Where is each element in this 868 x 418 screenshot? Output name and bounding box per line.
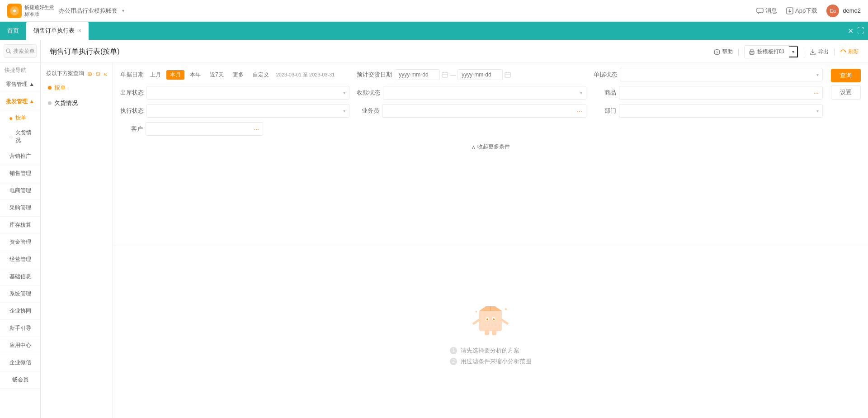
print-dropdown-button[interactable]: ▾ [789, 46, 798, 57]
expected-date-start[interactable] [395, 69, 440, 80]
top-header: 畅捷通好生意 标准版 办公用品行业模拟账套 ▾ 消息 App下载 Ea demo… [0, 0, 868, 22]
calendar-icon-end [505, 71, 511, 78]
print-main-button[interactable]: 按模板打印 [745, 46, 789, 58]
scheme-panel-header: 按以下方案查询 ⊕ ⊙ « [41, 67, 113, 80]
search-button[interactable]: 查询 [831, 69, 861, 82]
svg-rect-14 [505, 72, 510, 77]
logo[interactable]: 畅捷通好生意 标准版 [7, 4, 54, 18]
sidebar-item-operations[interactable]: 经营管理 [0, 251, 40, 268]
goods-input[interactable] [619, 87, 810, 98]
filter-top-row: 单据日期 上月 本月 本年 近7天 更多 自定义 [120, 68, 861, 140]
right-section: 单据日期 上月 本月 本年 近7天 更多 自定义 [113, 62, 868, 418]
wholesale-submenu: ● 按单 ○ 欠货情况 [0, 110, 40, 148]
exec-status-arrow: ▾ [343, 109, 345, 114]
date-tab-7days[interactable]: 近7天 [206, 70, 227, 80]
export-icon [810, 49, 816, 55]
app-download-button[interactable]: App下载 [786, 7, 817, 15]
sidebar-item-inventory[interactable]: 库存核算 [0, 217, 40, 234]
sidebar-item-purchase[interactable]: 采购管理 [0, 200, 40, 217]
empty-illustration: ✦ ✦ [470, 297, 511, 338]
scheme-actions: ⊕ ⊙ « [87, 70, 107, 77]
message-button[interactable]: 消息 [756, 7, 777, 15]
svg-point-3 [6, 49, 10, 52]
nav-dropdown-icon[interactable]: ▾ [122, 8, 124, 13]
sidebar-item-appstore[interactable]: 应用中心 [0, 337, 40, 354]
filter-cell-exec-status: 执行状态 ▾ [120, 104, 349, 118]
status-select[interactable]: ▾ [620, 68, 823, 81]
receipt-status-arrow: ▾ [580, 90, 582, 95]
collapse-button[interactable]: ∧ 收起更多条件 [120, 140, 861, 153]
svg-line-4 [9, 52, 11, 53]
scheme-panel: 按以下方案查询 ⊕ ⊙ « 按单 欠货情况 [41, 62, 113, 418]
status-dropdown-icon: ▾ [816, 72, 819, 77]
divider1 [738, 48, 739, 56]
empty-svg-icon: ✦ ✦ [470, 297, 511, 338]
tab-close-icon[interactable]: × [78, 28, 81, 34]
help-button[interactable]: ? 帮助 [714, 48, 733, 56]
submenu-item-press[interactable]: ● 按单 [4, 110, 40, 125]
quick-nav-label: 快捷导航 [0, 63, 40, 76]
sidebar-item-retail[interactable]: 零售管理 ▲ [0, 76, 40, 93]
scheme-settings-icon[interactable]: ⊙ [95, 70, 101, 77]
customer-input[interactable] [146, 124, 250, 134]
window-maximize-btn[interactable]: ⛶ [857, 27, 864, 35]
tab-home[interactable]: 首页 [0, 22, 26, 40]
logo-text: 畅捷通好生意 标准版 [24, 4, 54, 17]
filter-row-3: 执行状态 ▾ 业务员 [120, 104, 823, 118]
scheme-item-debt[interactable]: 欠货情况 [41, 95, 113, 111]
export-button[interactable]: 导出 [810, 48, 829, 56]
scheme-item-press[interactable]: 按单 [41, 80, 113, 95]
empty-tips-list: 1 请先选择要分析的方案 2 用过滤条件来缩小分析范围 [450, 345, 531, 367]
sidebar-item-enterprise[interactable]: 企业协同 [0, 303, 40, 320]
exec-status-select[interactable]: ▾ [146, 104, 349, 118]
sidebar-item-system[interactable]: 系统管理 [0, 285, 40, 303]
date-tab-this-month[interactable]: 本月 [166, 70, 184, 80]
svg-point-23 [493, 318, 495, 320]
sidebar-item-wechat[interactable]: 企业微信 [0, 354, 40, 371]
date-tab-this-year[interactable]: 本年 [186, 70, 204, 80]
filter-area: 单据日期 上月 本月 本年 近7天 更多 自定义 [113, 62, 868, 246]
sidebar-item-marketing[interactable]: 营销推广 [0, 148, 40, 165]
receipt-status-select[interactable]: ▾ [383, 86, 586, 100]
sidebar-item-wholesale[interactable]: 批发管理 ▲ [0, 93, 40, 110]
expected-date-control: — [395, 69, 586, 80]
department-arrow: ▾ [816, 109, 819, 114]
date-tab-more[interactable]: 更多 [229, 70, 247, 80]
sidebar: 搜索菜单 快捷导航 零售管理 ▲ 批发管理 ▲ ● 按单 ○ 欠货情况 营销推广… [0, 40, 41, 418]
svg-rect-1 [757, 8, 763, 13]
main-layout: 搜索菜单 快捷导航 零售管理 ▲ 批发管理 ▲ ● 按单 ○ 欠货情况 营销推广… [0, 40, 868, 418]
filter-row-1: 单据日期 上月 本月 本年 近7天 更多 自定义 [120, 68, 823, 81]
date-tab-custom[interactable]: 自定义 [249, 70, 273, 80]
settings-button[interactable]: 设置 [831, 85, 861, 100]
out-status-select[interactable]: ▾ [146, 86, 349, 100]
user-menu[interactable]: Ea demo2 [826, 5, 861, 17]
submenu-item-debt[interactable]: ○ 欠货情况 [4, 125, 40, 148]
date-tab-last-month[interactable]: 上月 [146, 70, 165, 80]
sidebar-item-guide[interactable]: 新手引导 [0, 320, 40, 337]
avatar: Ea [826, 5, 839, 17]
scheme-collapse-icon[interactable]: « [104, 70, 107, 77]
goods-more-btn[interactable]: ··· [810, 89, 822, 96]
salesperson-more-btn[interactable]: ··· [573, 107, 586, 114]
sidebar-item-finance[interactable]: 资金管理 [0, 234, 40, 251]
date-tabs: 上月 本月 本年 近7天 更多 自定义 [146, 70, 273, 80]
scheme-add-icon[interactable]: ⊕ [87, 70, 93, 77]
window-close-btn[interactable]: ✕ [848, 27, 854, 35]
username-label: demo2 [843, 7, 861, 14]
tab-sales-order[interactable]: 销售订单执行表 × [26, 22, 89, 40]
department-select[interactable]: ▾ [619, 104, 823, 118]
sidebar-item-sales[interactable]: 销售管理 [0, 165, 40, 182]
svg-text:✦: ✦ [504, 307, 508, 312]
filter-cell-status: 单据状态 ▾ [594, 68, 823, 81]
message-icon [756, 7, 764, 14]
expected-date-end[interactable] [458, 69, 503, 80]
customer-more-btn[interactable]: ··· [250, 125, 263, 133]
sidebar-item-ecommerce[interactable]: 电商管理 [0, 182, 40, 200]
search-menu-button[interactable]: 搜索菜单 [4, 44, 37, 58]
salesperson-input[interactable] [382, 105, 573, 116]
salesperson-control: ··· [382, 104, 586, 118]
sidebar-item-basic[interactable]: 基础信息 [0, 268, 40, 285]
sidebar-item-vip[interactable]: 畅会员 [0, 371, 40, 389]
page-header: 销售订单执行表(按单) ? 帮助 按模板打印 ▾ 导出 [41, 40, 868, 62]
refresh-button[interactable]: 刷新 [840, 48, 859, 56]
